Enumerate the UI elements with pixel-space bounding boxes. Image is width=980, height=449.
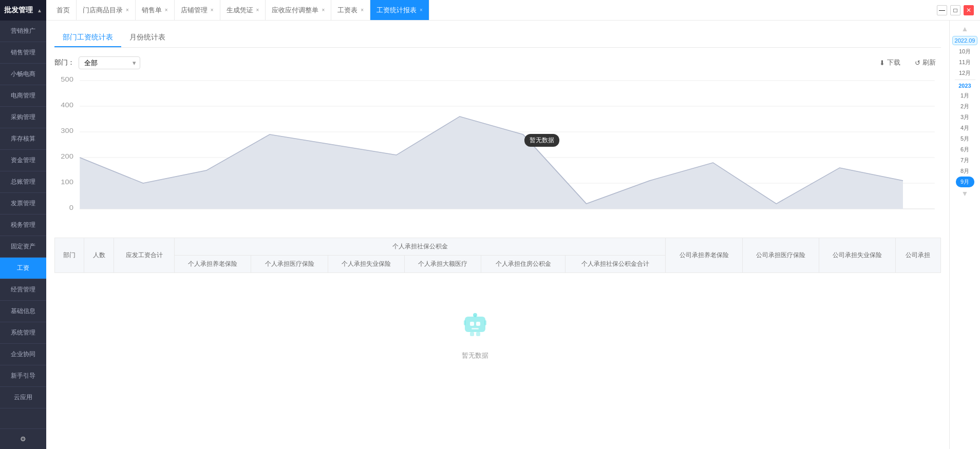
tab-6[interactable]: 工资表× [331,0,370,20]
timeline-month-10[interactable]: 10月 [950,46,980,57]
svg-rect-18 [484,320,486,325]
tab-close-icon-4[interactable]: × [256,7,259,13]
download-button[interactable]: ⬇ 下载 [874,56,906,69]
data-table: 部门 人数 应发工资合计 个人承担社保公积金 公司承担养老保险 公司承担医疗保险… [54,238,941,370]
maximize-button[interactable]: □ [950,5,960,15]
sub-tab-1[interactable]: 月份统计表 [121,29,174,47]
sidebar-item-17[interactable]: 云应用 [0,387,46,408]
sidebar-header[interactable]: 批发管理 ▲ [0,0,46,21]
col-total-salary: 应发工资合计 [114,238,175,273]
close-window-button[interactable]: ✕ [964,5,974,15]
timeline-up-icon[interactable]: ▲ [959,23,971,35]
minimize-button[interactable]: — [937,5,947,15]
tab-0[interactable]: 首页 [50,0,77,20]
svg-text:500: 500 [61,76,73,83]
timeline-month-12[interactable]: 12月 [950,68,980,79]
tab-4[interactable]: 生成凭证× [220,0,266,20]
sidebar-arrow-icon: ▲ [37,8,42,13]
col-personal-social: 个人承担社保公积金 [175,238,666,256]
timeline-month-11[interactable]: 11月 [950,57,980,68]
timeline-month-8[interactable]: 8月 [950,166,980,177]
sidebar-item-11[interactable]: 工资 [0,258,46,279]
department-select[interactable]: 全部销售部采购部财务部行政部 [79,56,140,69]
col-company-pension: 公司承担养老保险 [666,238,742,273]
sidebar-item-5[interactable]: 库存核算 [0,128,46,150]
timeline-year-badge[interactable]: 2022.09 [952,36,978,45]
data-table-wrapper: 部门 人数 应发工资合计 个人承担社保公积金 公司承担养老保险 公司承担医疗保险… [54,238,941,370]
sidebar-title: 批发管理 [4,6,33,15]
tab-close-icon-3[interactable]: × [211,7,214,13]
col-p-pension: 个人承担养老保险 [175,256,251,273]
sidebar: 批发管理 ▲ 营销推广销售管理小畅电商电商管理采购管理库存核算资金管理总账管理发… [0,0,46,449]
col-p-unemploy: 个人承担失业保险 [328,256,404,273]
download-icon: ⬇ [879,59,885,67]
svg-text:0: 0 [69,204,73,211]
sidebar-item-4[interactable]: 采购管理 [0,107,46,128]
svg-rect-20 [476,332,480,336]
department-filter-label: 部门： [54,58,74,67]
tab-2[interactable]: 销售单× [136,0,175,20]
chart-tooltip: 暂无数据 [524,134,559,147]
sidebar-item-1[interactable]: 销售管理 [0,42,46,64]
empty-state: 暂无数据 [55,273,896,370]
timeline-month-5[interactable]: 5月 [950,133,980,144]
department-select-wrapper: 全部销售部采购部财务部行政部 [79,56,140,69]
main-area: 首页门店商品目录×销售单×店铺管理×生成凭证×应收应付调整单×工资表×工资统计报… [46,0,980,449]
sidebar-item-8[interactable]: 发票管理 [0,193,46,214]
tab-close-icon-2[interactable]: × [165,7,168,13]
tab-bar: 首页门店商品目录×销售单×店铺管理×生成凭证×应收应付调整单×工资表×工资统计报… [46,0,980,21]
sidebar-item-16[interactable]: 新手引导 [0,365,46,387]
tab-5[interactable]: 应收应付调整单× [266,0,331,20]
tab-close-icon-7[interactable]: × [420,7,423,13]
col-headcount: 人数 [84,238,114,273]
timeline-panel: ▲ 2022.09 10月 11月 12月 2023 1月 2月 3月 4月 5… [949,21,980,449]
timeline-month-1[interactable]: 1月 [950,90,980,101]
download-label: 下载 [887,58,900,67]
timeline-down-icon[interactable]: ▼ [959,187,971,200]
svg-rect-19 [470,332,474,336]
sidebar-item-13[interactable]: 基础信息 [0,301,46,322]
sidebar-item-9[interactable]: 税务管理 [0,214,46,236]
sidebar-settings[interactable]: ⚙ [0,428,46,449]
tab-close-icon-6[interactable]: × [361,7,364,13]
table-header-row1: 部门 人数 应发工资合计 个人承担社保公积金 公司承担养老保险 公司承担医疗保险… [55,238,941,256]
tab-7[interactable]: 工资统计报表× [370,0,429,20]
tab-3[interactable]: 店铺管理× [175,0,220,20]
tab-close-icon-1[interactable]: × [126,7,129,13]
svg-rect-15 [476,322,480,326]
svg-rect-13 [465,317,485,332]
sidebar-item-10[interactable]: 固定资产 [0,236,46,258]
sidebar-item-14[interactable]: 系统管理 [0,322,46,344]
svg-text:400: 400 [61,102,73,108]
timeline-month-6[interactable]: 6月 [950,144,980,155]
refresh-icon: ↺ [915,59,920,67]
sidebar-item-2[interactable]: 小畅电商 [0,64,46,85]
col-p-medical: 个人承担医疗保险 [251,256,328,273]
svg-text:300: 300 [61,127,73,134]
window-controls: — □ ✕ [937,5,976,15]
tab-close-icon-5[interactable]: × [322,7,325,13]
sub-tabs: 部门工资统计表月份统计表 [54,29,941,48]
filter-row: 部门： 全部销售部采购部财务部行政部 [54,56,140,69]
tab-1[interactable]: 门店商品目录× [77,0,136,20]
col-p-bigmed: 个人承担大额医疗 [404,256,481,273]
sidebar-item-3[interactable]: 电商管理 [0,85,46,107]
timeline-month-3[interactable]: 3月 [950,112,980,123]
timeline-month-9[interactable]: 9月 [956,177,974,187]
refresh-label: 刷新 [922,58,936,67]
sidebar-item-12[interactable]: 经营管理 [0,279,46,301]
timeline-month-4[interactable]: 4月 [950,123,980,133]
sidebar-item-7[interactable]: 总账管理 [0,171,46,193]
svg-text:200: 200 [61,153,73,160]
timeline-month-2[interactable]: 2月 [950,101,980,112]
refresh-button[interactable]: ↺ 刷新 [910,56,941,69]
sub-tab-0[interactable]: 部门工资统计表 [54,29,121,47]
gear-icon: ⚙ [20,435,26,443]
timeline-year-2023[interactable]: 2023 [950,81,980,90]
toolbar-row: 部门： 全部销售部采购部财务部行政部 ⬇ 下载 ↺ 刷新 [54,56,941,69]
sidebar-item-0[interactable]: 营销推广 [0,21,46,42]
timeline-month-7[interactable]: 7月 [950,155,980,166]
sidebar-item-6[interactable]: 资金管理 [0,150,46,171]
svg-rect-17 [464,320,466,325]
sidebar-item-15[interactable]: 企业协同 [0,344,46,365]
